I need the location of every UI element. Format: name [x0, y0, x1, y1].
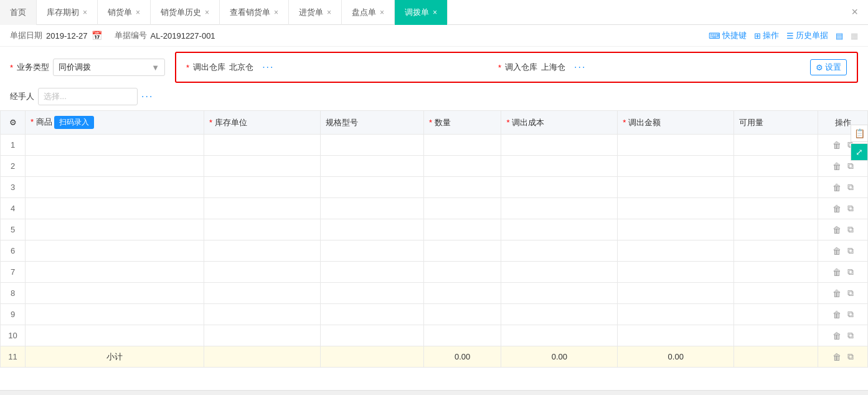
cell-amount-3[interactable]	[618, 177, 734, 198]
cell-amount-4[interactable]	[618, 198, 734, 219]
copy-btn-3[interactable]: ⧉	[846, 181, 855, 194]
cell-unit-9[interactable]	[204, 304, 321, 325]
cell-amount-6[interactable]	[618, 240, 734, 262]
cell-available-7[interactable]	[734, 262, 818, 283]
cell-spec-9[interactable]	[321, 304, 424, 325]
tab-sales-order[interactable]: 销货单 ×	[98, 0, 151, 25]
cell-amount-10[interactable]	[618, 325, 734, 346]
cell-unit-5[interactable]	[204, 219, 321, 240]
cell-amount-8[interactable]	[618, 283, 734, 304]
tab-close-view-sales[interactable]: ×	[274, 8, 278, 17]
cell-available-3[interactable]	[734, 177, 818, 198]
float-expand-btn[interactable]: ⤢	[851, 143, 868, 161]
cell-quantity-7[interactable]	[424, 262, 501, 283]
tab-close-sales-history[interactable]: ×	[205, 8, 209, 17]
copy-btn-7[interactable]: ⧉	[846, 265, 855, 278]
tab-close-sales-order[interactable]: ×	[136, 8, 140, 17]
cell-cost-6[interactable]	[501, 240, 618, 262]
copy-btn-10[interactable]: ⧉	[846, 329, 855, 342]
cell-spec-10[interactable]	[321, 325, 424, 346]
cell-quantity-6[interactable]	[424, 240, 501, 262]
cell-cost-9[interactable]	[501, 304, 618, 325]
warehouse-out-more-btn[interactable]: ···	[262, 62, 274, 73]
delete-btn-3[interactable]: 🗑	[831, 181, 842, 194]
cell-available-9[interactable]	[734, 304, 818, 325]
delete-btn-7[interactable]: 🗑	[831, 266, 842, 278]
cell-product-10[interactable]	[26, 325, 204, 346]
tab-close-inventory-check[interactable]: ×	[380, 8, 384, 17]
settings-btn[interactable]: ⚙ 设置	[810, 59, 847, 75]
cell-spec-6[interactable]	[321, 240, 424, 262]
cell-quantity-5[interactable]	[424, 219, 501, 240]
cell-unit-2[interactable]	[204, 156, 321, 177]
copy-btn-9[interactable]: ⧉	[846, 308, 855, 321]
cell-available-5[interactable]	[734, 219, 818, 240]
cell-available-2[interactable]	[734, 156, 818, 177]
delete-btn-10[interactable]: 🗑	[831, 330, 842, 342]
cell-spec-4[interactable]	[321, 198, 424, 219]
delete-btn-9[interactable]: 🗑	[831, 308, 842, 321]
cell-cost-2[interactable]	[501, 156, 618, 177]
delete-btn-5[interactable]: 🗑	[831, 224, 842, 236]
cell-product-5[interactable]	[26, 219, 204, 240]
delete-btn-8[interactable]: 🗑	[831, 287, 842, 300]
cell-available-4[interactable]	[734, 198, 818, 219]
handler-more-btn[interactable]: ···	[141, 91, 153, 102]
cell-unit-7[interactable]	[204, 262, 321, 283]
copy-btn-5[interactable]: ⧉	[846, 223, 855, 236]
cell-product-2[interactable]	[26, 156, 204, 177]
cell-product-7[interactable]	[26, 262, 204, 283]
cell-amount-7[interactable]	[618, 262, 734, 283]
delete-btn-11[interactable]: 🗑	[831, 351, 842, 363]
copy-btn-6[interactable]: ⧉	[846, 244, 855, 257]
tab-close-transfer-order[interactable]: ×	[433, 8, 437, 17]
cell-cost-3[interactable]	[501, 177, 618, 198]
tab-purchase-order[interactable]: 进货单 ×	[289, 0, 342, 25]
history-docs-btn[interactable]: ☰ 历史单据	[786, 30, 828, 41]
tab-inventory-init[interactable]: 库存期初 ×	[37, 0, 98, 25]
cell-quantity-8[interactable]	[424, 283, 501, 304]
cell-product-9[interactable]	[26, 304, 204, 325]
cell-unit-3[interactable]	[204, 177, 321, 198]
cell-spec-1[interactable]	[321, 135, 424, 156]
cell-available-10[interactable]	[734, 325, 818, 346]
cell-product-3[interactable]	[26, 177, 204, 198]
delete-btn-6[interactable]: 🗑	[831, 245, 842, 257]
cell-available-1[interactable]	[734, 135, 818, 156]
business-type-select[interactable]: 同价调拨 ▼	[53, 59, 165, 76]
scan-button[interactable]: 扫码录入	[54, 116, 94, 129]
tab-inventory-check[interactable]: 盘点单 ×	[342, 0, 395, 25]
tab-close-purchase-order[interactable]: ×	[327, 8, 331, 17]
operations-btn[interactable]: ⊞ 操作	[754, 30, 779, 41]
cell-amount-1[interactable]	[618, 135, 734, 156]
copy-btn-2[interactable]: ⧉	[846, 159, 855, 173]
cell-product-8[interactable]	[26, 283, 204, 304]
layout1-btn[interactable]: ▤	[836, 31, 843, 40]
cell-cost-10[interactable]	[501, 325, 618, 346]
cell-unit-4[interactable]	[204, 198, 321, 219]
copy-btn-8[interactable]: ⧉	[846, 287, 855, 300]
cell-cost-5[interactable]	[501, 219, 618, 240]
cell-cost-7[interactable]	[501, 262, 618, 283]
cell-quantity-1[interactable]	[424, 135, 501, 156]
float-note-btn[interactable]: 📋	[851, 125, 868, 142]
cell-spec-8[interactable]	[321, 283, 424, 304]
cell-unit-1[interactable]	[204, 135, 321, 156]
cell-cost-1[interactable]	[501, 135, 618, 156]
cell-quantity-4[interactable]	[424, 198, 501, 219]
tab-sales-history[interactable]: 销货单历史 ×	[151, 0, 220, 25]
calendar-icon[interactable]: 📅	[92, 31, 102, 40]
cell-quantity-3[interactable]	[424, 177, 501, 198]
delete-btn-1[interactable]: 🗑	[831, 139, 842, 151]
cell-unit-10[interactable]	[204, 325, 321, 346]
cell-quantity-10[interactable]	[424, 325, 501, 346]
cell-product-1[interactable]	[26, 135, 204, 156]
tab-close-inventory-init[interactable]: ×	[83, 8, 87, 17]
cell-cost-8[interactable]	[501, 283, 618, 304]
cell-quantity-9[interactable]	[424, 304, 501, 325]
delete-btn-4[interactable]: 🗑	[831, 202, 842, 215]
tab-transfer-order[interactable]: 调拨单 ×	[395, 0, 448, 25]
shortcut-btn[interactable]: ⌨ 快捷键	[709, 30, 747, 41]
cell-available-8[interactable]	[734, 283, 818, 304]
cell-spec-2[interactable]	[321, 156, 424, 177]
